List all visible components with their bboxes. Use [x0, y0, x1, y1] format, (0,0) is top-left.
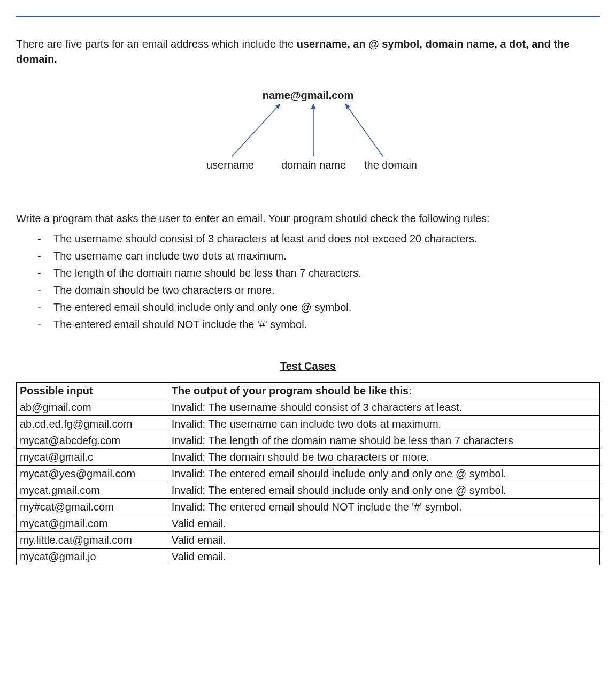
cell-output: Invalid: The length of the domain name s… — [168, 432, 599, 449]
table-row: mycat@abcdefg.comInvalid: The length of … — [17, 432, 600, 449]
cell-input: mycat@yes@gmail.com — [17, 466, 168, 482]
diagram-label-domain: the domain — [364, 157, 417, 172]
rule-text: The username can include two dots at max… — [53, 248, 287, 263]
table-header-row: Possible input The output of your progra… — [17, 383, 600, 399]
bullet-dash: - — [37, 248, 53, 263]
bullet-dash: - — [37, 265, 53, 280]
cell-input: ab@gmail.com — [17, 399, 168, 416]
diagram-label-domainname: domain name — [281, 157, 346, 172]
table-row: mycat@gmail.comValid email. — [17, 515, 600, 532]
table-row: mycat@gmail.cInvalid: The domain should … — [17, 449, 600, 466]
test-cases-table: Possible input The output of your progra… — [16, 382, 600, 565]
table-row: my.little.cat@gmail.comValid email. — [17, 532, 600, 549]
table-row: mycat@yes@gmail.comInvalid: The entered … — [17, 466, 600, 482]
header-output: The output of your program should be lik… — [168, 383, 599, 399]
top-divider — [16, 16, 600, 17]
cell-input: mycat@gmail.jo — [17, 549, 168, 565]
bullet-dash: - — [37, 300, 53, 315]
table-row: ab@gmail.comInvalid: The username should… — [17, 399, 600, 416]
cell-output: Valid email. — [168, 532, 599, 549]
cell-output: Valid email. — [168, 549, 599, 565]
rules-list: -The username should consist of 3 charac… — [37, 231, 600, 332]
rule-item: -The username should consist of 3 charac… — [37, 231, 600, 246]
cell-output: Valid email. — [168, 515, 599, 532]
rule-text: The domain should be two characters or m… — [53, 283, 275, 298]
cell-output: Invalid: The domain should be two charac… — [168, 449, 599, 466]
cell-input: ab.cd.ed.fg@gmail.com — [17, 416, 168, 432]
table-row: my#cat@gmail.comInvalid: The entered ema… — [17, 499, 600, 515]
cell-output: Invalid: The username should consist of … — [168, 399, 599, 416]
rule-item: -The entered email should include only a… — [37, 300, 600, 315]
rule-text: The entered email should include only an… — [53, 300, 351, 315]
cell-input: my.little.cat@gmail.com — [17, 532, 168, 549]
bullet-dash: - — [37, 231, 53, 246]
cell-input: mycat@abcdefg.com — [17, 432, 168, 449]
cell-input: mycat.gmail.com — [17, 482, 168, 499]
rule-text: The entered email should NOT include the… — [53, 317, 307, 332]
rule-item: -The domain should be two characters or … — [37, 283, 600, 298]
table-row: mycat@gmail.joValid email. — [17, 549, 600, 565]
task-description: Write a program that asks the user to en… — [16, 211, 600, 226]
cell-output: Invalid: The entered email should includ… — [168, 482, 599, 499]
rule-item: -The username can include two dots at ma… — [37, 248, 600, 263]
rule-item: -The length of the domain name should be… — [37, 265, 600, 280]
bullet-dash: - — [37, 317, 53, 332]
test-cases-heading: Test Cases — [16, 359, 600, 374]
cell-output: Invalid: The entered email should NOT in… — [168, 499, 599, 515]
cell-input: mycat@gmail.com — [17, 515, 168, 532]
cell-input: my#cat@gmail.com — [17, 499, 168, 515]
diagram-label-username: username — [206, 157, 254, 172]
rule-item: -The entered email should NOT include th… — [37, 317, 600, 332]
table-row: ab.cd.ed.fg@gmail.comInvalid: The userna… — [17, 416, 600, 432]
table-row: mycat.gmail.comInvalid: The entered emai… — [17, 482, 600, 499]
cell-output: Invalid: The entered email should includ… — [168, 466, 599, 482]
intro-paragraph: There are five parts for an email addres… — [16, 36, 600, 66]
header-input: Possible input — [17, 383, 168, 399]
svg-line-2 — [345, 104, 383, 156]
bullet-dash: - — [37, 283, 53, 298]
email-example-text: name@gmail.com — [263, 88, 354, 103]
email-diagram: name@gmail.com username domain name the … — [121, 88, 495, 184]
cell-input: mycat@gmail.c — [17, 449, 168, 466]
svg-line-0 — [232, 104, 280, 156]
rule-text: The username should consist of 3 charact… — [53, 231, 478, 246]
rule-text: The length of the domain name should be … — [53, 265, 361, 280]
cell-output: Invalid: The username can include two do… — [168, 416, 599, 432]
intro-pre: There are five parts for an email addres… — [16, 38, 297, 50]
